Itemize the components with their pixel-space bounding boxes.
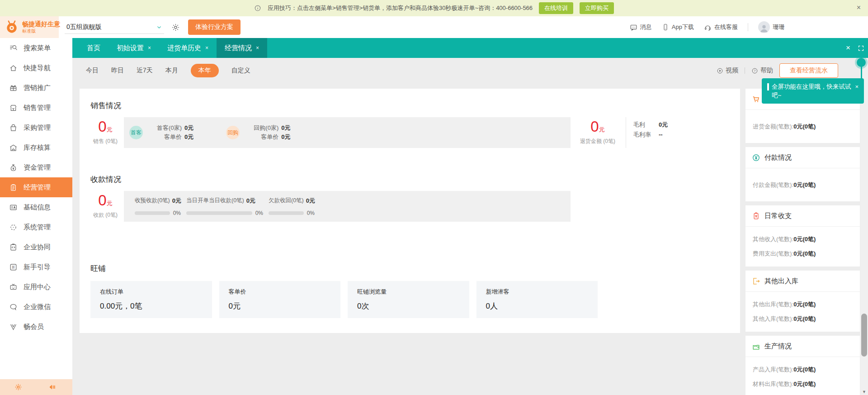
app-header: 畅捷通好生意 标准版 0五组旗舰版 体验行业方案 消息 App下载: [0, 16, 868, 38]
scrollbar-down-arrow[interactable]: ▼: [860, 390, 868, 394]
tab-close-icon[interactable]: ×: [205, 45, 208, 51]
tab-initial-setup[interactable]: 初始设置 ×: [108, 38, 159, 58]
repeat-customer-metrics: 回购(0家)0元 客单价0元: [243, 124, 290, 142]
v-member-icon: [9, 323, 18, 331]
sidebar-item-app-center[interactable]: 应用中心: [0, 277, 72, 297]
sales-section-title: 销售情况: [90, 100, 729, 111]
scrollbar-thumb[interactable]: [861, 314, 867, 357]
range-yesterday[interactable]: 昨日: [111, 67, 124, 75]
tab-bar: 首页 初始设置 × 进货单历史 × 经营情况 × ×: [72, 38, 868, 58]
sidebar-menu: 搜索菜单 快捷导航 营销推广 销售管理 采购管理: [0, 38, 72, 379]
brand-name: 畅捷通好生意: [22, 21, 60, 28]
messages-button[interactable]: 消息: [630, 23, 652, 31]
play-circle-icon: [717, 67, 723, 74]
industry-solution-button[interactable]: 体验行业方案: [188, 19, 241, 35]
sidebar-item-sales-mgmt[interactable]: 销售管理: [0, 98, 72, 118]
phone-icon: [662, 24, 669, 31]
sidebar-item-inventory[interactable]: 库存核算: [0, 138, 72, 157]
user-account[interactable]: 珊珊: [758, 21, 784, 33]
other-inout-panel-header[interactable]: 其他出入库: [745, 271, 860, 292]
production-panel: 生产情况 产品入库(笔数):0元(0笔) 材料出库(笔数):0元(0笔): [745, 336, 860, 395]
range-this-month[interactable]: 本月: [165, 67, 178, 75]
settings-gear-icon[interactable]: [171, 23, 180, 32]
range-last7days[interactable]: 近7天: [137, 67, 153, 75]
video-link[interactable]: 视频: [717, 67, 738, 75]
range-this-year[interactable]: 本年: [191, 64, 219, 77]
expense-line: 费用支出(笔数):0元(0笔): [753, 247, 853, 261]
payment-panel-header[interactable]: 付款情况: [745, 147, 860, 168]
sidebar-item-quick-nav[interactable]: 快捷导航: [0, 58, 72, 78]
help-link[interactable]: ? 帮助: [751, 67, 773, 75]
sidebar-item-member[interactable]: 畅会员: [0, 317, 72, 337]
range-custom[interactable]: 自定义: [231, 67, 250, 75]
app-window: 应用技巧：点击左侧菜单>销售管理>销货单，添加客户和商品体验30秒极速开单~咨询…: [0, 0, 868, 395]
buy-now-button[interactable]: 立即购买: [580, 2, 614, 14]
online-training-button[interactable]: 在线培训: [539, 2, 573, 14]
notification-text: 应用技巧：点击左侧菜单>销售管理>销货单，添加客户和商品体验30秒极速开单~咨询…: [268, 4, 533, 12]
shop-cards-row: 在线订单 0.00元，0笔 客单价 0元 旺铺浏览量 0次: [90, 281, 598, 318]
collapse-sidebar-icon[interactable]: [48, 383, 56, 391]
sidebar-item-search-menu[interactable]: 搜索菜单: [0, 38, 72, 58]
tab-close-icon[interactable]: ×: [256, 45, 259, 51]
shop-views-card: 旺铺浏览量 0次: [348, 281, 469, 318]
close-all-tabs-icon[interactable]: ×: [846, 43, 850, 52]
app-download-button[interactable]: App下载: [662, 23, 694, 31]
progress-bar: [135, 211, 170, 215]
clipboard-sync-icon: [9, 243, 18, 252]
sidebar-item-newbie-guide[interactable]: 新 新手引导: [0, 257, 72, 277]
sales-stat-row: 0元 销售 (0笔) 首客 首客(0家)0元 客单价0元 回购: [90, 117, 729, 148]
daily-expense-panel: 日常收支 其他收入(笔数):0元(0笔) 费用支出(笔数):0元(0笔): [745, 205, 860, 267]
tab-business-overview[interactable]: 经营情况 ×: [217, 38, 267, 58]
sidebar-item-funds-mgmt[interactable]: 资金管理: [0, 157, 72, 177]
range-today[interactable]: 今日: [86, 67, 99, 75]
payment-panel: 付款情况 付款金额(笔数):0元(0笔): [745, 147, 860, 201]
shop-icon: [9, 104, 18, 112]
tab-home[interactable]: 首页: [79, 38, 108, 58]
tooltip-close-icon[interactable]: ×: [855, 82, 859, 100]
new-badge-icon: 新: [9, 263, 18, 271]
id-card-icon: [9, 203, 18, 212]
warehouse-icon: [9, 143, 18, 152]
right-panel-column: 进货情况 进货金额(笔数):0元(0笔) 付款情况: [745, 89, 860, 395]
repeat-customer-badge: 回购: [226, 126, 240, 139]
sidebar-item-basic-info[interactable]: 基础信息: [0, 197, 72, 217]
tab-close-icon[interactable]: ×: [148, 45, 151, 51]
username: 珊珊: [773, 23, 784, 31]
date-filter-row: 今日 昨日 近7天 本月 本年 自定义 视频 ? 帮助: [72, 58, 868, 83]
production-panel-header[interactable]: 生产情况: [745, 336, 860, 357]
online-support-button[interactable]: 在线客服: [704, 23, 738, 31]
sidebar-item-enterprise-collab[interactable]: 企业协同: [0, 237, 72, 257]
daily-expense-panel-header[interactable]: 日常收支: [745, 205, 860, 227]
view-business-flow-button[interactable]: 查看经营流水: [779, 63, 838, 78]
sidebar-item-marketing[interactable]: 营销推广: [0, 78, 72, 98]
brand-block: 畅捷通好生意 标准版: [0, 16, 59, 38]
sidebar-item-system-mgmt[interactable]: 系统管理: [0, 217, 72, 237]
collection-section-title: 收款情况: [90, 174, 729, 185]
sidebar-item-business-mgmt[interactable]: 经营管理: [0, 177, 72, 197]
tab-purchase-history[interactable]: 进货单历史 ×: [159, 38, 217, 58]
other-outbound-line: 其他出库(笔数):0元(0笔): [753, 297, 853, 312]
account-select[interactable]: 0五组旗舰版: [65, 21, 164, 34]
tooltip-accent-bar: [767, 83, 769, 90]
clipboard-icon: [9, 183, 18, 192]
material-outbound-line: 材料出库(笔数):0元(0笔): [753, 377, 853, 391]
tooltip-pointer-line: [861, 66, 862, 79]
purchase-amount-line: 进货金额(笔数):0元(0笔): [753, 119, 816, 134]
prepaid-collection-metric: 收预收款(0笔)0元 0%: [135, 197, 181, 216]
headset-icon: [704, 24, 712, 31]
content-area: 今日 昨日 近7天 本月 本年 自定义 视频 ? 帮助: [72, 58, 868, 395]
tooltip-pointer-dot: [857, 58, 866, 67]
fullscreen-icon[interactable]: [858, 45, 864, 52]
sidebar-item-wechat[interactable]: 企业微信: [0, 297, 72, 317]
new-prospects-card: 新增潜客 0人: [476, 281, 598, 318]
factory-icon: [752, 342, 760, 351]
online-orders-card: 在线订单 0.00元，0笔: [90, 281, 212, 318]
vertical-scrollbar: ▼: [860, 58, 868, 395]
notification-close-icon[interactable]: ×: [857, 4, 861, 12]
footer-gear-icon[interactable]: [14, 383, 22, 391]
question-circle-icon: ?: [751, 67, 758, 74]
other-inout-panel: 其他出入库 其他出库(笔数):0元(0笔) 其他入库(笔数):0元(0笔): [745, 271, 860, 332]
collection-total: 0元 收款 (0笔): [90, 191, 120, 222]
sales-total: 0元 销售 (0笔): [90, 117, 120, 148]
sidebar-item-purchase-mgmt[interactable]: 采购管理: [0, 118, 72, 138]
